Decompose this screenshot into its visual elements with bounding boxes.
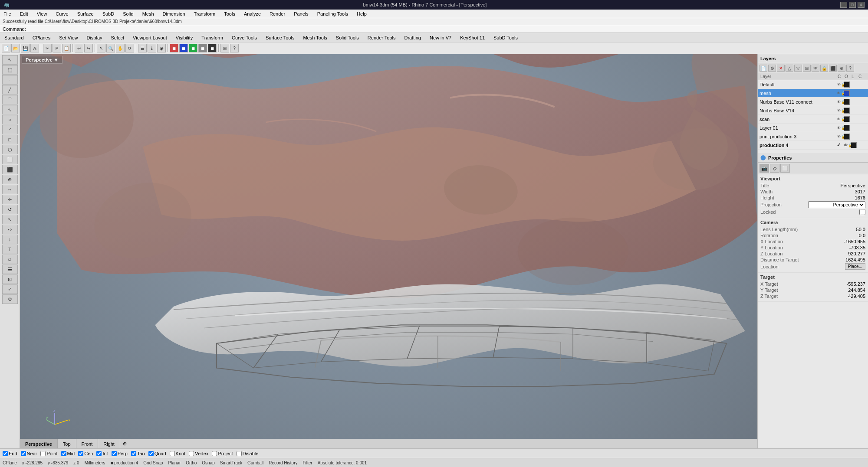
layers-up[interactable]: △ [786, 65, 793, 72]
tab-transform[interactable]: Transform [199, 35, 226, 41]
layer-color-nurbs-v11[interactable] [844, 99, 850, 105]
layers-lock[interactable]: 🔒 [820, 65, 828, 72]
tb-grid[interactable]: ⊞ [220, 44, 229, 52]
close-button[interactable]: ✕ [858, 2, 865, 8]
tb-select[interactable]: ↖ [97, 44, 105, 52]
snap-end[interactable]: End [3, 451, 17, 456]
snap-cen[interactable]: Cen [78, 451, 93, 456]
layer-color-nurbs-v14[interactable] [844, 108, 850, 114]
layers-down[interactable]: ▽ [794, 65, 802, 72]
coord-osnap[interactable]: Osnap [202, 460, 214, 465]
props-row-projection[interactable]: Projection Perspective Parallel Two-Poin… [760, 201, 865, 208]
tb-display5[interactable]: ◼ [208, 44, 217, 52]
snap-vertex-cb[interactable] [189, 451, 194, 456]
lt-text[interactable]: T [2, 245, 18, 254]
lt-transform[interactable]: ↔ [2, 185, 18, 194]
menu-dimension[interactable]: Dimension [161, 10, 187, 17]
lt-mirror[interactable]: ⇔ [2, 225, 18, 234]
tab-drafting[interactable]: Drafting [401, 35, 424, 41]
layer-color-print-prod3[interactable] [844, 134, 850, 140]
view-tab-perspective[interactable]: Perspective [20, 439, 58, 448]
tab-set-view[interactable]: Set View [56, 35, 80, 41]
coord-grid-snap[interactable]: Grid Snap [143, 460, 163, 465]
tb-redo[interactable]: ↪ [84, 44, 93, 52]
lt-select2[interactable]: ⬚ [2, 65, 18, 75]
menu-panels[interactable]: Panels [292, 10, 310, 17]
tb-pan[interactable]: ✋ [116, 44, 125, 52]
viewport-container[interactable]: Perspective ▼ x y z Perspective Top Fron… [20, 54, 757, 448]
tb-paste[interactable]: 📋 [62, 44, 71, 52]
snap-near-cb[interactable] [21, 451, 26, 456]
tb-display1[interactable]: ◼ [170, 44, 178, 52]
tb-display4[interactable]: ◼ [198, 44, 207, 52]
lt-extrude[interactable]: ⬛ [2, 165, 18, 174]
lt-line[interactable]: ╱ [2, 85, 18, 95]
menu-mesh[interactable]: Mesh [141, 10, 156, 17]
layers-misc2[interactable]: ? [846, 65, 854, 72]
layer-color-mesh[interactable] [844, 90, 850, 96]
view-tab-add[interactable]: ⊕ [120, 440, 129, 447]
tb-props[interactable]: ℹ [148, 44, 156, 52]
maximize-button[interactable]: □ [849, 2, 856, 8]
snap-disable-cb[interactable] [237, 451, 242, 456]
layer-row-mesh[interactable]: mesh 👁 🔒 [758, 89, 868, 98]
snap-quad-cb[interactable] [148, 451, 154, 456]
tb-zoom[interactable]: 🔍 [106, 44, 115, 52]
menu-curve[interactable]: Curve [54, 10, 70, 17]
layer-color-default[interactable] [844, 82, 850, 88]
tab-visibility[interactable]: Visibility [173, 35, 196, 41]
menu-render[interactable]: Render [268, 10, 287, 17]
lt-move[interactable]: ✛ [2, 195, 18, 204]
layers-misc1[interactable]: ⊕ [838, 65, 845, 72]
tab-viewport-layout[interactable]: Viewport Layout [130, 35, 170, 41]
tab-surface-tools[interactable]: Surface Tools [263, 35, 297, 41]
lt-point[interactable]: · [2, 75, 18, 85]
lt-curve[interactable]: ∿ [2, 105, 18, 114]
tab-standard[interactable]: Standard [2, 35, 26, 41]
snap-perp[interactable]: Perp [112, 451, 128, 456]
snap-disable[interactable]: Disable [237, 451, 259, 456]
tab-mesh-tools[interactable]: Mesh Tools [300, 35, 329, 41]
layer-row-nurbs-v14[interactable]: Nurbs Base V14 👁 🔒 [758, 106, 868, 115]
tab-subd[interactable]: SubD Tools [491, 35, 520, 41]
tb-copy[interactable]: ⎘ [53, 44, 61, 52]
props-btn-place[interactable]: Place... [845, 263, 865, 270]
tb-display3[interactable]: ◼ [189, 44, 197, 52]
layer-row-print-prod3[interactable]: print production 3 👁 🔒 [758, 132, 868, 141]
lt-polygon[interactable]: ⬡ [2, 145, 18, 154]
lt-analyze[interactable]: ⎊ [2, 255, 18, 264]
menu-tools[interactable]: Tools [222, 10, 237, 17]
viewport-label[interactable]: Perspective ▼ [22, 56, 62, 64]
command-input[interactable] [28, 26, 865, 32]
snap-vertex[interactable]: Vertex [189, 451, 208, 456]
viewport-canvas[interactable]: Perspective ▼ x y z Perspective Top Fron… [20, 54, 757, 448]
coord-planar[interactable]: Planar [168, 460, 181, 465]
tb-new[interactable]: 📄 [2, 44, 10, 52]
lt-bool[interactable]: ⊕ [2, 175, 18, 184]
tab-display[interactable]: Display [84, 35, 105, 41]
layer-row-nurbs-v11[interactable]: Nurbs Base V11 connect 👁 🔒 [758, 98, 868, 106]
tab-render-tools[interactable]: Render Tools [365, 35, 398, 41]
lt-surface[interactable]: ⬜ [2, 155, 18, 164]
tb-print[interactable]: 🖨 [30, 44, 39, 52]
menu-edit[interactable]: Edit [18, 10, 30, 17]
snap-tan[interactable]: Tan [131, 451, 145, 456]
lt-circle[interactable]: ○ [2, 115, 18, 124]
snap-perp-cb[interactable] [112, 451, 117, 456]
lt-rotate[interactable]: ↺ [2, 205, 18, 214]
coord-filter[interactable]: Filter [302, 460, 312, 465]
tb-undo[interactable]: ↩ [75, 44, 83, 52]
menu-paneling[interactable]: Paneling Tools [316, 10, 350, 17]
snap-mid-cb[interactable] [61, 451, 66, 456]
lt-scale[interactable]: ⤡ [2, 215, 18, 224]
minimize-button[interactable]: ─ [840, 2, 847, 8]
snap-project[interactable]: Project [212, 451, 233, 456]
layers-new[interactable]: 📄 [760, 65, 767, 72]
lt-polyline[interactable]: ⌒ [2, 95, 18, 105]
tb-layer[interactable]: ☰ [138, 44, 147, 52]
snap-tan-cb[interactable] [131, 451, 136, 456]
lt-snap[interactable]: ⊡ [2, 274, 18, 284]
lt-layers[interactable]: ☰ [2, 265, 18, 274]
view-tab-right[interactable]: Right [98, 439, 120, 448]
layer-color-layer01[interactable] [844, 125, 850, 131]
